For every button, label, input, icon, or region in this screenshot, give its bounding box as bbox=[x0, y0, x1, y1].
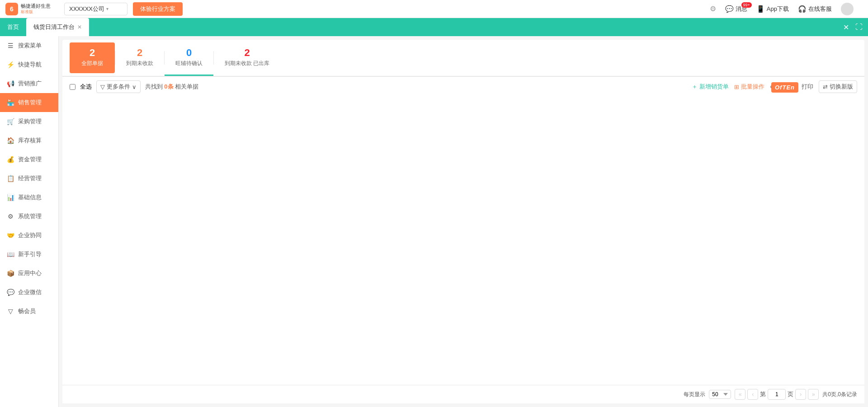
tab-bar-right: ✕ ⛶ bbox=[841, 21, 868, 33]
content-area: 2 全部单据 2 到期未收款 0 旺辅待确认 2 到期未收款 已出库 bbox=[59, 36, 868, 407]
stat-label-overdue: 到期未收款 bbox=[126, 60, 153, 67]
filter-icon: ▽ bbox=[100, 84, 105, 90]
sidebar-item-inventory[interactable]: 🏠 库存核算 bbox=[0, 131, 58, 150]
filter-label: 更多条件 bbox=[107, 83, 130, 91]
message-icon: 💬 bbox=[725, 5, 734, 13]
tab-home[interactable]: 首页 bbox=[0, 18, 26, 36]
sidebar-item-finance[interactable]: 💰 资金管理 bbox=[0, 150, 58, 169]
app-download-button[interactable]: 📱 App下载 bbox=[756, 5, 789, 13]
sidebar-inventory-label: 库存核算 bbox=[18, 136, 42, 145]
wechat-icon: 💬 bbox=[6, 288, 14, 296]
toolbar: 全选 ▽ 更多条件 ∨ 共找到 0条 相关单据 ＋ 新增销货单 bbox=[62, 76, 864, 97]
operations-icon: 📋 bbox=[6, 174, 14, 182]
sidebar-item-operations[interactable]: 📋 经营管理 bbox=[0, 169, 58, 188]
top-right: ⚙ 💬 消息 99+ 📱 App下载 🎧 在线客服 bbox=[710, 3, 863, 15]
message-badge: 99+ bbox=[741, 2, 752, 8]
batch-icon: ⊞ bbox=[734, 84, 739, 90]
purchase-icon: 🛒 bbox=[6, 117, 14, 126]
stat-num-pending: 0 bbox=[186, 47, 192, 59]
main-layout: ☰ 搜索菜单 ⚡ 快捷导航 📢 营销推广 🏪 销售管理 🛒 采购管理 🏠 库存核… bbox=[0, 36, 868, 407]
stat-num-overdue: 2 bbox=[137, 47, 142, 59]
tab-expand-icon[interactable]: ⛶ bbox=[854, 21, 864, 33]
online-service-button[interactable]: 🎧 在线客服 bbox=[798, 5, 832, 13]
result-text: 共找到 0条 相关单据 bbox=[145, 83, 198, 91]
app-icon: 📱 bbox=[756, 5, 765, 13]
page-nav: « ‹ 第 页 › » bbox=[735, 389, 819, 400]
switch-icon: ⇄ bbox=[823, 84, 828, 90]
stats-tabs: 2 全部单据 2 到期未收款 0 旺辅待确认 2 到期未收款 已出库 bbox=[62, 40, 864, 76]
result-prefix: 共找到 bbox=[145, 83, 163, 90]
marketing-icon: 📢 bbox=[6, 80, 14, 88]
stat-tab-shipped[interactable]: 2 到期未收款 已出库 bbox=[214, 40, 280, 76]
sidebar-system-label: 系统管理 bbox=[18, 212, 42, 220]
sales-icon: 🏪 bbox=[6, 98, 14, 107]
page-size-label: 每页显示 bbox=[684, 391, 705, 398]
top-bar: 6 畅捷通好生意 标准版 XXXXXX公司 ▾ 体验行业方案 ⚙ 💬 消息 99… bbox=[0, 0, 868, 18]
stat-tab-pending[interactable]: 0 旺辅待确认 bbox=[165, 40, 213, 76]
stat-tab-all[interactable]: 2 全部单据 bbox=[70, 42, 115, 73]
sidebar-marketing-label: 营销推广 bbox=[18, 80, 42, 88]
sidebar-item-member[interactable]: ▽ 畅会员 bbox=[0, 302, 58, 321]
last-page-button[interactable]: » bbox=[808, 389, 819, 400]
sidebar-quick-nav-label: 快捷导航 bbox=[18, 61, 42, 69]
logo-icon: 6 bbox=[5, 3, 18, 15]
search-menu-icon: ☰ bbox=[6, 42, 14, 50]
total-info: 共0页,0条记录 bbox=[822, 391, 857, 398]
sidebar-item-wechat[interactable]: 💬 企业微信 bbox=[0, 283, 58, 302]
sidebar-guide-label: 新手引导 bbox=[18, 250, 42, 258]
sidebar-item-guide[interactable]: 📖 新手引导 bbox=[0, 245, 58, 264]
sidebar-search-label: 搜索菜单 bbox=[18, 42, 42, 50]
stat-num-shipped: 2 bbox=[245, 47, 250, 59]
sidebar-item-app-center[interactable]: 📦 应用中心 bbox=[0, 264, 58, 283]
basic-info-icon: 📊 bbox=[6, 193, 14, 201]
page-size-select[interactable]: 50 10 20 100 bbox=[709, 390, 731, 399]
logo-area: 6 畅捷通好生意 标准版 bbox=[5, 3, 64, 15]
switch-label: 切换新版 bbox=[830, 83, 853, 91]
first-page-button[interactable]: « bbox=[735, 389, 745, 400]
tab-home-label: 首页 bbox=[7, 23, 19, 31]
filter-button[interactable]: ▽ 更多条件 ∨ bbox=[96, 80, 141, 93]
stat-label-shipped: 到期未收款 已出库 bbox=[225, 60, 269, 67]
stat-label-all: 全部单据 bbox=[81, 60, 103, 67]
stat-tab-overdue[interactable]: 2 到期未收款 bbox=[115, 40, 164, 76]
tab-bar: 首页 钱货日清工作台 ✕ ✕ ⛶ bbox=[0, 18, 868, 36]
sidebar-item-marketing[interactable]: 📢 营销推广 bbox=[0, 74, 58, 93]
settings-icon[interactable]: ⚙ bbox=[710, 5, 716, 13]
tab-workbench-label: 钱货日清工作台 bbox=[33, 23, 75, 31]
result-count: 0条 bbox=[164, 83, 173, 90]
sidebar-item-quick-nav[interactable]: ⚡ 快捷导航 bbox=[0, 55, 58, 74]
company-name: XXXXXX公司 bbox=[69, 5, 104, 13]
page-label: 第 bbox=[760, 390, 766, 398]
tab-close-icon[interactable]: ✕ bbox=[77, 24, 82, 30]
result-suffix: 相关单据 bbox=[175, 83, 198, 90]
logo-badge: 标准版 bbox=[21, 9, 51, 15]
sidebar-item-enterprise[interactable]: 🤝 企业协同 bbox=[0, 226, 58, 245]
top-center: 体验行业方案 bbox=[127, 2, 710, 16]
print-label: 打印 bbox=[802, 83, 813, 91]
sidebar-sales-label: 销售管理 bbox=[18, 98, 42, 107]
sidebar-item-search[interactable]: ☰ 搜索菜单 bbox=[0, 36, 58, 55]
prev-page-button[interactable]: ‹ bbox=[747, 389, 758, 400]
tab-close-all-icon[interactable]: ✕ bbox=[841, 21, 851, 33]
often-badge: OfTEn bbox=[771, 82, 798, 93]
avatar[interactable] bbox=[841, 3, 854, 15]
sidebar-operations-label: 经营管理 bbox=[18, 174, 42, 182]
sidebar-item-system[interactable]: ⚙ 系统管理 bbox=[0, 207, 58, 226]
company-selector[interactable]: XXXXXX公司 ▾ bbox=[64, 3, 127, 15]
member-icon: ▽ bbox=[6, 307, 14, 315]
sidebar-item-purchase[interactable]: 🛒 采购管理 bbox=[0, 112, 58, 131]
select-all-checkbox[interactable] bbox=[70, 84, 75, 90]
add-sales-order-button[interactable]: ＋ 新增销货单 bbox=[692, 83, 729, 91]
experience-button[interactable]: 体验行业方案 bbox=[133, 2, 183, 16]
batch-operation-button[interactable]: ⊞ 批量操作 bbox=[734, 83, 764, 91]
tab-workbench[interactable]: 钱货日清工作台 ✕ bbox=[26, 18, 89, 36]
next-page-button[interactable]: › bbox=[795, 389, 806, 400]
switch-version-button[interactable]: ⇄ 切换新版 bbox=[819, 80, 857, 93]
sidebar-item-sales[interactable]: 🏪 销售管理 bbox=[0, 93, 58, 112]
sidebar-item-basic-info[interactable]: 📊 基础信息 bbox=[0, 188, 58, 207]
add-icon: ＋ bbox=[692, 83, 698, 91]
page-number-input[interactable] bbox=[768, 389, 786, 400]
page-label-end: 页 bbox=[788, 390, 793, 398]
table-area bbox=[62, 97, 864, 385]
message-button[interactable]: 💬 消息 99+ bbox=[725, 5, 747, 13]
